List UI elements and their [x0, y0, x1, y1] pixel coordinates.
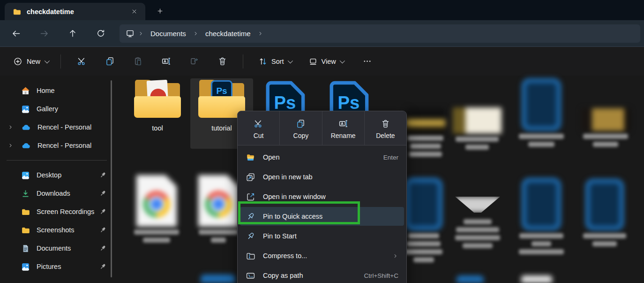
- folder-tile-tool[interactable]: tool: [127, 79, 188, 132]
- blurred-file-tile[interactable]: [450, 197, 505, 248]
- menu-item-pin-to-start[interactable]: Pin to Start: [240, 227, 404, 245]
- sort-arrows-icon: [258, 57, 268, 66]
- delete-menu-button[interactable]: Delete: [364, 111, 406, 145]
- quick-action-label: Rename: [331, 132, 356, 139]
- blurred-file-tile[interactable]: [517, 178, 566, 254]
- cut-menu-button[interactable]: Cut: [238, 111, 279, 145]
- sidebar-item-home[interactable]: Home: [4, 82, 112, 99]
- blurred-file-tile[interactable]: [449, 107, 505, 150]
- sidebar-item-label: Rencel - Personal: [37, 123, 91, 131]
- forward-button[interactable]: [36, 26, 52, 40]
- pushpin-icon: [246, 231, 255, 241]
- paste-button[interactable]: [127, 53, 149, 70]
- breadcrumb-item-documents[interactable]: Documents: [147, 28, 190, 39]
- blurred-file-tile[interactable]: [401, 178, 446, 262]
- up-arrow-icon: [68, 29, 77, 38]
- blurred-partial-icon[interactable]: [201, 275, 235, 283]
- context-menu: Cut Copy Rename Delete Open Enter Open i…: [237, 111, 407, 283]
- rename-menu-button[interactable]: Rename: [322, 111, 364, 145]
- blurred-file-tile[interactable]: [516, 78, 567, 147]
- rename-icon: [161, 56, 171, 66]
- plus-circle-icon: [13, 57, 22, 66]
- toolbar-divider: [60, 54, 61, 69]
- refresh-button[interactable]: [93, 26, 109, 40]
- sidebar-item-gallery[interactable]: Gallery: [4, 100, 112, 118]
- sidebar-item-documents[interactable]: Documents: [4, 239, 112, 257]
- titlebar: checkdatetime: [0, 0, 644, 20]
- sidebar-item-label: Gallery: [37, 105, 58, 113]
- copy-icon: [105, 56, 115, 66]
- open-folder-icon: [246, 153, 255, 162]
- sidebar-divider: [7, 160, 107, 161]
- sidebar-item-label: Desktop: [37, 171, 61, 179]
- pin-icon: [99, 208, 107, 216]
- sidebar-item-desktop[interactable]: Desktop: [4, 166, 112, 184]
- tab-close-icon[interactable]: [127, 5, 141, 18]
- gallery-icon: [21, 104, 30, 114]
- blurred-file-tile[interactable]: [132, 175, 181, 243]
- chevron-down-icon: [340, 58, 345, 63]
- blurred-file-tile[interactable]: [578, 108, 633, 147]
- pin-icon: [99, 226, 107, 234]
- blurred-file-tile[interactable]: [403, 108, 448, 157]
- blurred-partial-icon[interactable]: [521, 275, 552, 283]
- sidebar-item-onedrive-2[interactable]: Rencel - Personal: [4, 137, 112, 154]
- share-button[interactable]: [183, 53, 205, 70]
- sort-button[interactable]: Sort: [254, 54, 296, 69]
- up-button[interactable]: [65, 26, 81, 40]
- menu-item-label: Copy as path: [263, 272, 303, 279]
- copy-menu-button[interactable]: Copy: [279, 111, 322, 145]
- toolbar-divider: [243, 54, 243, 69]
- new-tab-plus-icon: [157, 8, 164, 15]
- file-explorer-window: checkdatetime Documents checkdatetime Ne…: [0, 0, 644, 283]
- folder-icon: [12, 7, 22, 16]
- share-icon: [189, 56, 199, 66]
- sidebar-item-label: Screenshots: [37, 226, 75, 234]
- sidebar-item-downloads[interactable]: Downloads: [4, 184, 112, 202]
- folder-icon: [21, 207, 30, 217]
- view-icon: [308, 57, 318, 66]
- cut-button[interactable]: [71, 53, 92, 70]
- folder-icon: [133, 79, 182, 121]
- chevron-right-icon[interactable]: [7, 143, 14, 149]
- menu-item-compress-to[interactable]: Compress to...: [240, 246, 404, 265]
- more-options-button[interactable]: [357, 53, 378, 70]
- copy-button[interactable]: [99, 53, 120, 70]
- address-bar[interactable]: Documents checkdatetime: [120, 24, 640, 43]
- sidebar-item-pictures[interactable]: Pictures: [4, 258, 112, 275]
- desktop-icon: [21, 170, 30, 180]
- sidebar-item-label: Screen Recordings: [37, 208, 94, 215]
- new-tab-button[interactable]: [153, 4, 167, 17]
- sidebar-item-onedrive-1[interactable]: Rencel - Personal: [4, 118, 112, 136]
- blurred-partial-icon[interactable]: [457, 275, 484, 283]
- onedrive-cloud-icon: [21, 122, 31, 133]
- new-button[interactable]: New: [7, 54, 54, 69]
- onedrive-cloud-icon: [21, 140, 31, 151]
- view-button[interactable]: View: [304, 54, 348, 69]
- sidebar-item-label: Home: [37, 87, 55, 94]
- sidebar-item-screen-recordings[interactable]: Screen Recordings: [4, 203, 112, 221]
- pin-icon: [99, 190, 107, 198]
- this-pc-monitor-icon: [125, 29, 135, 38]
- submenu-chevron-icon: [392, 253, 398, 259]
- delete-button[interactable]: [211, 53, 233, 70]
- document-icon: [21, 244, 30, 253]
- pin-icon: [99, 171, 107, 179]
- chevron-down-icon: [287, 58, 292, 63]
- breadcrumb-item-checkdatetime[interactable]: checkdatetime: [202, 28, 255, 39]
- menu-item-copy-as-path[interactable]: Copy as path Ctrl+Shift+C: [240, 266, 404, 283]
- refresh-icon: [96, 29, 105, 38]
- chevron-right-icon[interactable]: [7, 124, 14, 130]
- copy-icon: [296, 119, 306, 129]
- trash-icon: [381, 119, 390, 129]
- blurred-file-tile[interactable]: [197, 175, 240, 243]
- rename-button[interactable]: [155, 53, 177, 70]
- back-button[interactable]: [8, 26, 24, 40]
- menu-item-open[interactable]: Open Enter: [240, 148, 404, 167]
- blurred-file-tile[interactable]: [580, 179, 629, 246]
- sidebar-scrollbar[interactable]: [111, 80, 112, 277]
- sidebar-item-screenshots[interactable]: Screenshots: [4, 221, 112, 239]
- sidebar: Home Gallery Rencel - Personal Rencel - …: [0, 76, 116, 283]
- explorer-tab[interactable]: checkdatetime: [5, 3, 145, 20]
- menu-item-open-new-tab[interactable]: Open in new tab: [240, 168, 404, 186]
